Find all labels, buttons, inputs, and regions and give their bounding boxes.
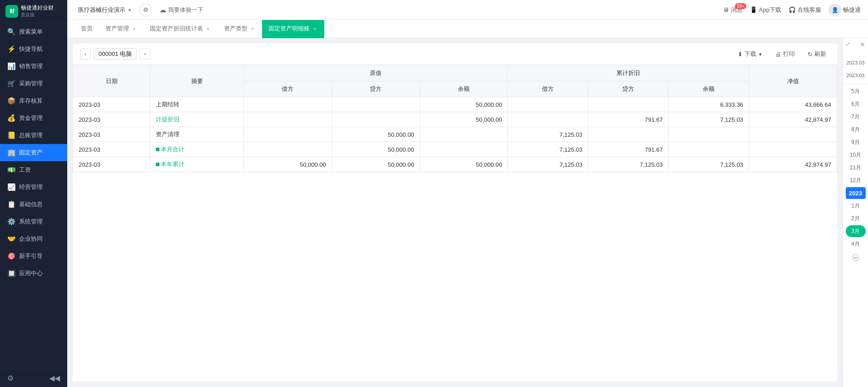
timeline-month-10[interactable]: 10月 [846,149,866,161]
sidebar-item-purchase[interactable]: 🛒 采购管理 [0,75,67,92]
tab-close-icon[interactable]: × [249,25,256,32]
sidebar-item-quick-nav[interactable]: ⚡ 快捷导航 [0,40,67,58]
tab-label: 资产类型 [224,25,248,33]
timeline-month-11[interactable]: 11月 [846,162,866,174]
cell-net-value: 42,874.97 [749,157,837,172]
experience-button[interactable]: ☁ 我要体验一下 [159,6,203,14]
cell-orig-balance [420,142,508,157]
cell-dep-debit: 7,125.03 [508,157,588,172]
cell-dep-credit: 791.67 [588,112,669,127]
download-button[interactable]: ⬇ 下载 ▼ [734,48,766,60]
timeline-month-3[interactable]: 3月 [846,225,866,237]
cell-dep-balance: 7,125.03 [669,157,749,172]
sidebar: 财 畅捷通好业财 普及版 🔍 搜索菜单 ⚡ 快捷导航 📊 销售管理 🛒 采购管理… [0,0,67,387]
tab-asset-mgmt[interactable]: 资产管理 × [99,20,144,38]
timeline-down-nav[interactable] [850,252,861,263]
timeline-month-2[interactable]: 2月 [846,213,866,224]
sidebar-item-label: 经营管理 [19,183,43,191]
cell-dep-debit: 7,125.03 [508,127,588,142]
logo-text-block: 畅捷通好业财 普及版 [21,5,54,18]
sidebar-item-fixed-assets[interactable]: 🏢 固定资产 [0,144,67,161]
tab-label: 首页 [81,25,93,33]
user-menu[interactable]: 👤 畅捷通 [828,4,861,16]
tab-close-icon[interactable]: × [205,25,211,32]
building-icon: 🏢 [7,149,15,157]
sidebar-item-inventory[interactable]: 📦 库存核算 [0,92,67,109]
refresh-button[interactable]: ↻ 刷新 [804,48,830,60]
col-orig-credit: 贷方 [332,81,420,97]
prev-asset-button[interactable]: ‹ [80,49,91,60]
tab-asset-detail[interactable]: 固定资产明细账 × [262,20,324,38]
timeline-top-date: 2023.03 [844,57,868,69]
tab-label: 固定资产折旧统计表 [150,25,203,33]
sidebar-item-basic-info[interactable]: 📋 基础信息 [0,196,67,213]
table-row: 2023-03 上期结转 50,000.00 6,333.36 43,666.6… [73,97,837,112]
download-label: 下载 [744,50,756,58]
settings-footer-icon[interactable]: ⚙ [7,374,14,382]
sidebar-item-search[interactable]: 🔍 搜索菜单 [0,23,67,40]
collapse-icon[interactable]: ◀◀ [49,374,60,382]
print-button[interactable]: 🖨 打印 [772,48,799,60]
timeline-close-button[interactable]: ✕ [860,41,865,48]
sidebar-item-payroll[interactable]: 💵 工资 [0,161,67,179]
lightning-icon: ⚡ [7,45,15,53]
asset-nav-bar: ‹ 000001 电脑 › ⬇ 下载 ▼ 🖨 打印 [73,44,837,65]
sidebar-item-label: 库存核算 [19,97,43,105]
timeline-month-5[interactable]: 5月 [846,85,866,97]
timeline-month-6[interactable]: 6月 [846,98,866,110]
timeline-month-8[interactable]: 8月 [846,124,866,135]
col-accumulated-dep: 累计折旧 [508,65,749,81]
tab-close-icon[interactable]: × [312,25,318,32]
sidebar-item-cooperation[interactable]: 🤝 企业协同 [0,230,67,248]
cell-orig-balance: 50,000.00 [420,112,508,127]
timeline-month-9[interactable]: 9月 [846,136,866,148]
book-icon: 📒 [7,131,15,139]
online-service-button[interactable]: 🎧 在线客服 [789,6,821,14]
tab-asset-type[interactable]: 资产类型 × [218,20,262,38]
print-label: 打印 [783,50,795,58]
handshake-icon: 🤝 [7,235,15,243]
avatar: 👤 [828,4,841,16]
cell-net-value: 43,666.64 [749,97,837,112]
timeline-year-2023[interactable]: 2023 [846,187,866,199]
cell-dep-debit [508,112,588,127]
timeline-month-4[interactable]: 4月 [846,238,866,250]
print-icon: 🖨 [775,51,781,58]
table-row: 2023-03 资产清理 50,000.00 7,125.03 [73,127,837,142]
sidebar-item-system[interactable]: ⚙️ 系统管理 [0,213,67,230]
cell-dep-balance: 7,125.03 [669,112,749,127]
phone-icon: 📱 [750,6,757,13]
sidebar-item-app-center[interactable]: 🔲 应用中心 [0,265,67,282]
timeline-month-1[interactable]: 1月 [846,200,866,212]
message-icon: 🖥 [723,6,729,13]
tab-close-icon[interactable]: × [131,25,137,32]
sidebar-item-label: 总账管理 [19,131,43,139]
gear-icon: ⚙️ [7,218,15,226]
cell-net-value [749,127,837,142]
timeline-month-7[interactable]: 7月 [846,111,866,123]
next-asset-button[interactable]: › [139,49,150,60]
timeline-month-12[interactable]: 12月 [846,174,866,186]
topbar: 医疗器械行业演示 ▼ ⚙ ☁ 我要体验一下 🖥 消息 99+ 📱 App下载 🎧… [67,0,868,20]
cell-orig-credit [332,97,420,112]
tab-home[interactable]: 首页 [74,20,99,38]
sidebar-item-ledger[interactable]: 📒 总账管理 [0,127,67,144]
cell-orig-balance [420,127,508,142]
tab-label: 资产管理 [105,25,129,33]
app-download-button[interactable]: 📱 App下载 [750,6,781,14]
cell-dep-balance [669,127,749,142]
sidebar-item-operations[interactable]: 📈 经营管理 [0,179,67,196]
cell-date: 2023-03 [73,157,150,172]
cell-dep-credit: 791.67 [588,142,669,157]
tab-depreciation-stat[interactable]: 固定资产折旧统计表 × [144,20,218,38]
timeline-expand-button[interactable]: ⤢ [846,41,850,47]
cell-dep-balance: 6,333.36 [669,97,749,112]
message-button[interactable]: 🖥 消息 99+ [723,6,743,14]
sidebar-item-finance[interactable]: 💰 资金管理 [0,109,67,127]
company-settings-button[interactable]: ⚙ [139,4,152,16]
cell-orig-credit: 50,000.00 [332,142,420,157]
app-download-label: App下载 [759,6,781,14]
sidebar-item-sales[interactable]: 📊 销售管理 [0,58,67,75]
company-selector[interactable]: 医疗器械行业演示 ▼ [74,4,136,16]
sidebar-item-guide[interactable]: 🎯 新手引导 [0,248,67,265]
